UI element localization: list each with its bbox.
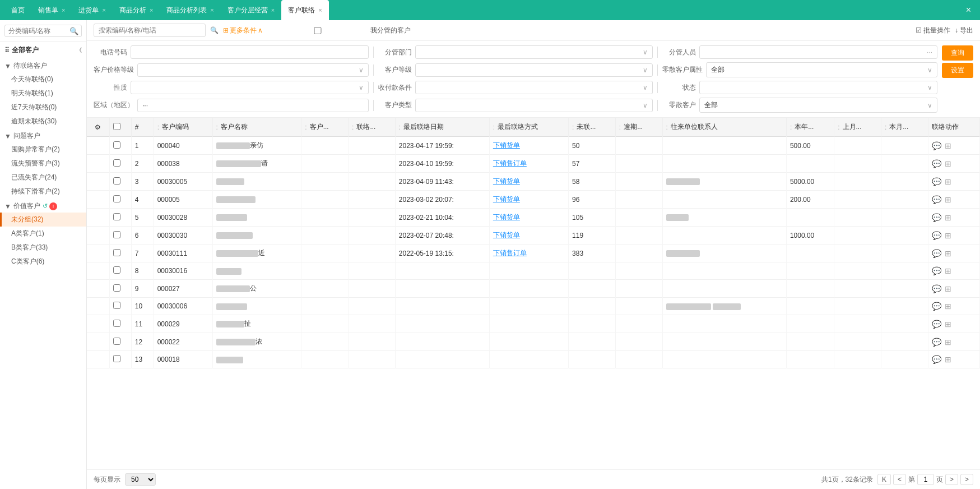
chat-icon[interactable]: 💬 <box>932 266 941 275</box>
row-checkbox[interactable] <box>113 159 120 167</box>
th-uncontacted[interactable]: :未联... <box>569 118 616 137</box>
sidebar-group-pending[interactable]: ▼ 待联络客户 <box>0 58 86 72</box>
grid-action-icon[interactable]: ⊞ <box>945 231 951 240</box>
td-last-method[interactable] <box>489 262 568 280</box>
th-last-month[interactable]: :上月... <box>834 118 881 137</box>
grid-action-icon[interactable]: ⊞ <box>945 141 951 150</box>
td-actions[interactable]: 💬 ⊞ <box>928 155 979 173</box>
chat-icon[interactable]: 💬 <box>932 231 941 240</box>
select-all-checkbox[interactable] <box>113 123 120 130</box>
nav-goods-analysis-list-close[interactable]: × <box>210 7 213 13</box>
td-actions[interactable]: 💬 ⊞ <box>928 173 979 191</box>
nav-purchase-close[interactable]: × <box>102 7 105 13</box>
row-checkbox[interactable] <box>113 249 120 256</box>
td-actions[interactable]: 💬 ⊞ <box>928 351 979 368</box>
grid-action-icon[interactable]: ⊞ <box>945 249 951 258</box>
sidebar-item-7days[interactable]: 近7天待联络(0) <box>0 100 86 114</box>
td-checkbox[interactable] <box>109 245 131 262</box>
query-button[interactable]: 查询 <box>942 45 973 61</box>
filter-dept-select[interactable]: ∨ <box>415 45 653 59</box>
row-checkbox[interactable] <box>113 195 120 202</box>
td-last-method[interactable]: 下销售订单 <box>489 245 568 262</box>
td-checkbox[interactable] <box>109 191 131 209</box>
reset-button[interactable]: 设置 <box>942 63 973 78</box>
th-unit-contact[interactable]: :往来单位联系人 <box>662 118 786 137</box>
filter-customer-level-select[interactable]: ∨ <box>415 63 653 77</box>
sidebar-item-churn-warning[interactable]: 流失预警客户(3) <box>0 156 86 170</box>
grid-action-icon[interactable]: ⊞ <box>945 284 951 293</box>
chat-icon[interactable]: 💬 <box>932 195 941 204</box>
grid-action-icon[interactable]: ⊞ <box>945 302 951 311</box>
td-last-method[interactable]: 下销售订单 <box>489 155 568 173</box>
td-actions[interactable]: 💬 ⊞ <box>928 262 979 280</box>
grid-action-icon[interactable]: ⊞ <box>945 355 951 364</box>
filter-payment-select[interactable]: ∨ <box>415 81 653 94</box>
th-type[interactable]: :客户... <box>301 118 349 137</box>
row-checkbox[interactable] <box>113 284 120 292</box>
last-page-button[interactable]: > <box>960 474 973 485</box>
nav-goods-analysis-list[interactable]: 商品分析列表 × <box>160 0 220 20</box>
td-checkbox[interactable] <box>109 262 131 280</box>
td-actions[interactable]: 💬 ⊞ <box>928 191 979 209</box>
sidebar-item-tomorrow[interactable]: 明天待联络(1) <box>0 86 86 100</box>
sidebar-item-churned[interactable]: 已流失客户(24) <box>0 170 86 184</box>
export-button[interactable]: ↓ 导出 <box>955 26 973 35</box>
th-last-method[interactable]: :最后联络方式 <box>489 118 568 137</box>
grid-action-icon[interactable]: ⊞ <box>945 338 951 347</box>
page-number-input[interactable] <box>917 474 934 485</box>
td-checkbox[interactable] <box>109 280 131 298</box>
td-last-method[interactable]: 下销货单 <box>489 173 568 191</box>
nav-customer-contact[interactable]: 客户联络 × <box>281 0 328 20</box>
filter-status-select[interactable]: ∨ <box>699 81 937 94</box>
chat-icon[interactable]: 💬 <box>932 302 941 311</box>
chat-icon[interactable]: 💬 <box>932 213 941 222</box>
nav-sales[interactable]: 销售单 × <box>31 0 72 20</box>
row-checkbox[interactable] <box>113 213 120 220</box>
td-last-method[interactable]: 下销货单 <box>489 209 568 227</box>
more-conditions-button[interactable]: ⊞ 更多条件 ∧ <box>223 26 263 35</box>
chat-icon[interactable]: 💬 <box>932 284 941 293</box>
td-checkbox[interactable] <box>109 333 131 351</box>
chat-icon[interactable]: 💬 <box>932 338 941 347</box>
td-actions[interactable]: 💬 ⊞ <box>928 227 979 245</box>
nav-customer-tier[interactable]: 客户分层经营 × <box>221 0 281 20</box>
grid-action-icon[interactable]: ⊞ <box>945 320 951 329</box>
td-checkbox[interactable] <box>109 173 131 191</box>
nav-sales-close[interactable]: × <box>62 7 65 13</box>
grid-action-icon[interactable]: ⊞ <box>945 213 951 222</box>
chat-icon[interactable]: 💬 <box>932 320 941 329</box>
next-page-button[interactable]: > <box>945 474 958 485</box>
global-close-button[interactable]: × <box>962 5 976 15</box>
filter-retail-attr-select[interactable]: 全部 ∨ <box>706 62 937 77</box>
sidebar-group-problems[interactable]: ▼ 问题客户 <box>0 128 86 142</box>
td-actions[interactable]: 💬 ⊞ <box>928 280 979 298</box>
th-last-date[interactable]: :最后联络日期 <box>395 118 489 137</box>
batch-ops-button[interactable]: ☑ 批量操作 <box>916 26 950 35</box>
filter-nature-select[interactable]: ∨ <box>131 81 369 94</box>
th-checkbox[interactable] <box>109 118 131 137</box>
td-last-method[interactable] <box>489 315 568 333</box>
td-checkbox[interactable] <box>109 315 131 333</box>
sidebar-group-value[interactable]: ▼ 价值客户 ↺ ! <box>0 199 86 213</box>
chat-icon[interactable]: 💬 <box>932 355 941 364</box>
td-checkbox[interactable] <box>109 227 131 245</box>
td-actions[interactable]: 💬 ⊞ <box>928 209 979 227</box>
filter-price-level-select[interactable]: ∨ <box>137 63 369 77</box>
td-actions[interactable]: 💬 ⊞ <box>928 245 979 262</box>
td-last-method[interactable] <box>489 333 568 351</box>
sidebar-item-class-b[interactable]: B类客户(33) <box>0 241 86 255</box>
th-overdue[interactable]: :逾期... <box>615 118 662 137</box>
th-year-amount[interactable]: :本年... <box>786 118 834 137</box>
refresh-icon[interactable]: ↺ <box>43 202 48 210</box>
my-customers-check[interactable] <box>267 27 368 34</box>
first-page-button[interactable]: K <box>877 474 891 485</box>
my-customers-checkbox[interactable]: 我分管的客户 <box>267 26 411 35</box>
th-this-month[interactable]: :本月... <box>881 118 928 137</box>
sidebar-item-declining[interactable]: 持续下滑客户(2) <box>0 184 86 199</box>
chat-icon[interactable]: 💬 <box>932 249 941 258</box>
row-checkbox[interactable] <box>113 320 120 327</box>
td-last-method[interactable] <box>489 280 568 298</box>
prev-page-button[interactable]: < <box>893 474 906 485</box>
grid-action-icon[interactable]: ⊞ <box>945 266 951 275</box>
search-input[interactable] <box>94 24 206 37</box>
